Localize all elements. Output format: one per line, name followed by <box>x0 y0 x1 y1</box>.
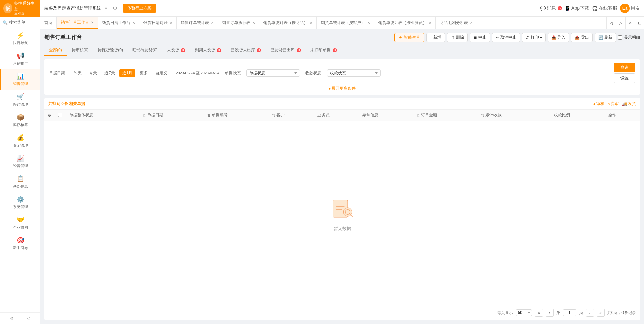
col-settings[interactable]: ⚙ <box>44 110 55 121</box>
tab-close-all-button[interactable]: ✕ <box>625 17 635 29</box>
sidebar-item-system[interactable]: ⚙️ 系统管理 <box>0 192 40 213</box>
stop-button[interactable]: ⏹ 中止 <box>470 33 490 42</box>
tab-close-icon[interactable]: ✕ <box>211 21 214 25</box>
expand-filter-button[interactable]: ▾ 展开更多条件 <box>329 86 356 91</box>
date-btn-last1month[interactable]: 近1月 <box>119 69 136 77</box>
smart-create-button[interactable]: ★ 智能生单 <box>394 33 424 42</box>
dropdown-arrow-icon[interactable]: ▾ <box>105 6 107 11</box>
tab-close-icon[interactable]: ✕ <box>429 21 431 25</box>
per-page-select[interactable]: 50 10 20 100 <box>516 309 532 316</box>
date-btn-custom[interactable]: 自定义 <box>152 69 170 77</box>
date-btn-yesterday[interactable]: 昨天 <box>71 69 85 77</box>
tab-close-icon[interactable]: ✕ <box>132 21 135 25</box>
date-btn-last7[interactable]: 近7天 <box>101 69 118 77</box>
sub-tab-all[interactable]: 全部(0) <box>44 45 67 56</box>
col-salesperson[interactable]: 业务员 <box>314 110 359 121</box>
tab-label: 销货单统计表（按业务员） <box>378 20 427 26</box>
setting-button[interactable]: 设置 <box>614 73 635 83</box>
cancel-stop-button[interactable]: ↩ 取消中止 <box>492 33 520 42</box>
tab-sales-sum-prod[interactable]: 销货单统计表（按商品） ✕ <box>259 17 317 29</box>
next-page-button[interactable]: › <box>586 309 594 317</box>
message-icon-area[interactable]: 💬 消息 6 <box>540 5 562 11</box>
sidebar-search[interactable]: 🔍 搜索菜单 <box>0 17 40 28</box>
sidebar: 畅 畅捷通好生意 标准版 🔍 搜索菜单 ⚡ 快捷导航 📢 营销推广 📊 销售管理… <box>0 0 40 324</box>
tab-expand-button[interactable]: ⊡ <box>635 17 644 29</box>
sidebar-item-basic-info[interactable]: 📋 基础信息 <box>0 172 40 192</box>
sidebar-item-guide[interactable]: 🎯 新手引导 <box>0 233 40 254</box>
select-all-checkbox[interactable] <box>58 113 62 117</box>
online-service-link[interactable]: 🎧 在线客服 <box>592 5 617 11</box>
ship-button[interactable]: 🚚 发货 <box>622 101 636 107</box>
tab-cash-reconcile[interactable]: 钱货日清对账 ✕ <box>139 17 177 29</box>
sidebar-item-inventory[interactable]: 📦 库存核算 <box>0 110 40 131</box>
show-detail-checkbox[interactable]: 显示明细 <box>618 35 640 40</box>
export-button[interactable]: 📤 导出 <box>571 33 593 42</box>
print-button[interactable]: 🖨 打印 ▾ <box>522 33 546 42</box>
tab-close-icon[interactable]: ✕ <box>310 21 312 25</box>
gear-icon[interactable]: ⚙ <box>113 5 117 11</box>
tab-sales-sum-cust[interactable]: 销货单统计表（按客户） ✕ <box>317 17 374 29</box>
sidebar-item-operations[interactable]: 📈 经营管理 <box>0 151 40 172</box>
tab-close-icon[interactable]: ✕ <box>470 21 473 25</box>
col-status[interactable]: 单据整体状态 <box>66 110 139 121</box>
tab-close-icon[interactable]: ✕ <box>91 21 94 24</box>
collapse-icon[interactable]: ◁ <box>27 316 30 321</box>
refresh-button[interactable]: 🔄 刷新 <box>595 33 616 42</box>
payment-select[interactable]: 收款状态 <box>327 69 381 77</box>
tab-close-icon[interactable]: ✕ <box>170 21 172 25</box>
tab-next-button[interactable]: ▷ <box>616 17 625 29</box>
col-ratio[interactable]: 收款比例 <box>551 110 605 121</box>
search-label: 搜索菜单 <box>9 19 25 25</box>
tab-product-margin[interactable]: 商品毛利分析表 ✕ <box>436 17 477 29</box>
col-date[interactable]: ⇅ 单据日期 <box>139 110 204 121</box>
add-button[interactable]: + 新增 <box>426 33 445 42</box>
tab-sales-stat[interactable]: 销售订单统计表 ✕ <box>177 17 218 29</box>
sidebar-item-purchase[interactable]: 🛒 采购管理 <box>0 90 40 110</box>
sub-tab-pending-inspect[interactable]: 待拣货验货(0) <box>93 45 128 56</box>
date-btn-today[interactable]: 今天 <box>86 69 100 77</box>
settings-icon[interactable]: ⚙ <box>10 316 14 321</box>
industry-solution-button[interactable]: 体验行业方案 <box>123 4 156 13</box>
delete-button[interactable]: 🗑 删除 <box>447 33 468 42</box>
tab-sales-exec[interactable]: 销售订单执行表 ✕ <box>218 17 259 29</box>
status-select[interactable]: 单据状态 <box>246 69 300 77</box>
app-download-link[interactable]: 📱 App下载 <box>565 5 589 11</box>
user-area[interactable]: Ea 用友 <box>620 4 640 13</box>
tab-home[interactable]: 首页 <box>40 17 57 29</box>
tab-sales-sum-staff[interactable]: 销货单统计表（按业务员） ✕ <box>374 17 436 29</box>
show-detail-input[interactable] <box>618 35 622 40</box>
col-number[interactable]: ⇅ 单据编号 <box>204 110 269 121</box>
sub-tab-unshipped[interactable]: 未发货 0 <box>162 45 190 56</box>
col-amount[interactable]: ⇅ 订单金额 <box>413 110 478 121</box>
tab-prev-button[interactable]: ◁ <box>606 17 616 29</box>
tab-close-icon[interactable]: ✕ <box>367 21 370 25</box>
sidebar-item-enterprise[interactable]: 🤝 企业协同 <box>0 213 40 233</box>
sidebar-item-marketing[interactable]: 📢 营销推广 <box>0 49 40 69</box>
tab-cash-daily[interactable]: 钱货日清工作台 ✕ <box>98 17 139 29</box>
query-button[interactable]: 查询 <box>614 63 635 72</box>
tab-sales-workbench[interactable]: 销售订单工作台 ✕ <box>57 17 98 29</box>
sidebar-item-sales[interactable]: 📊 销售管理 <box>0 69 40 90</box>
sub-tab-pending-review[interactable]: 待审核(0) <box>67 45 93 56</box>
col-collected[interactable]: ⇅ 累计收款... <box>478 110 550 121</box>
sub-tab-shop-pending[interactable]: 旺铺待发货(0) <box>128 45 162 56</box>
sub-tab-shipped-out[interactable]: 已发货已出库 0 <box>266 45 306 56</box>
sub-tab-shipped-not-out[interactable]: 已发货未出库 0 <box>226 45 266 56</box>
col-exception[interactable]: 异常信息 <box>359 110 413 121</box>
page-number-input[interactable] <box>563 309 576 316</box>
last-page-button[interactable]: » <box>597 309 605 317</box>
sub-tab-overdue[interactable]: 到期未发货 0 <box>190 45 226 56</box>
tab-close-icon[interactable]: ✕ <box>252 21 255 25</box>
sub-tab-unprinted[interactable]: 未打印单据 0 <box>306 45 342 56</box>
sidebar-item-finance[interactable]: 💰 资金管理 <box>0 131 40 151</box>
first-page-button[interactable]: « <box>535 309 543 317</box>
col-customer[interactable]: ⇅ 客户 <box>269 110 314 121</box>
cancel-approve-button[interactable]: ○ 弃审 <box>608 101 619 107</box>
prev-page-button[interactable]: ‹ <box>546 309 554 317</box>
print-icon: 🖨 <box>526 35 530 40</box>
approve-button[interactable]: ● 审核 <box>593 101 604 107</box>
date-btn-more[interactable]: 更多 <box>137 69 151 77</box>
sidebar-item-quick-nav[interactable]: ⚡ 快捷导航 <box>0 28 40 49</box>
import-button[interactable]: 📥 导入 <box>548 33 569 42</box>
table-scroll-container: ⚙ 单据整体状态 ⇅ <box>44 110 640 121</box>
